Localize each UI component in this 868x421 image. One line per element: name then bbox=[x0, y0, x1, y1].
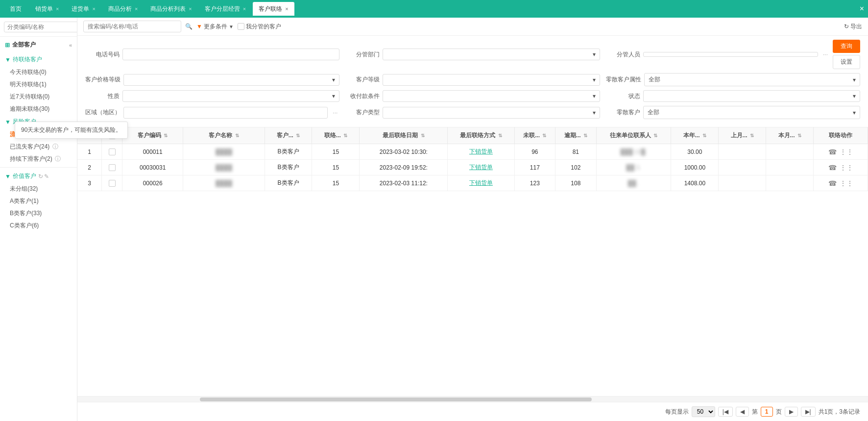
status-select[interactable]: ▾ bbox=[643, 90, 860, 102]
search-button[interactable]: 🔍 bbox=[185, 23, 193, 30]
customer-level-select[interactable]: ▾ bbox=[383, 74, 600, 86]
current-page-number[interactable]: 1 bbox=[761, 407, 773, 417]
th-overdue[interactable]: 逾期... ⇅ bbox=[555, 127, 597, 144]
th-last-month[interactable]: 上月... ⇅ bbox=[719, 127, 766, 144]
sidebar-item-class-b[interactable]: B类客户(33) bbox=[0, 207, 77, 220]
next-page-button[interactable]: ▶ bbox=[785, 407, 798, 417]
filter-row-2: 客户价格等级 ▾ 客户等级 ▾ 零散客户属性 全部 bbox=[85, 73, 860, 86]
first-page-button[interactable]: |◀ bbox=[718, 407, 733, 417]
sidebar-item-7days[interactable]: 近7天待联络(0) bbox=[0, 91, 77, 103]
per-page-select[interactable]: 50 bbox=[692, 406, 715, 417]
row-year-amount: 30.00 bbox=[671, 144, 719, 160]
tab-home[interactable]: 首页 bbox=[4, 2, 27, 16]
action-more-icon[interactable]: ⋮⋮ bbox=[840, 164, 853, 172]
th-unit-contact[interactable]: 往来单位联系人 ⇅ bbox=[596, 127, 671, 144]
last-method-link[interactable]: 下销货单 bbox=[469, 164, 493, 171]
tab-customer-contact[interactable]: 客户联络 × bbox=[253, 2, 294, 16]
customer-type-select[interactable]: ▾ bbox=[383, 107, 600, 119]
sidebar-group-pending-title[interactable]: ▼ 待联络客户 bbox=[0, 53, 77, 66]
last-method-link[interactable]: 下销货单 bbox=[469, 148, 493, 155]
collapse-icon[interactable]: « bbox=[69, 42, 72, 48]
sidebar-item-tomorrow[interactable]: 明天待联络(1) bbox=[0, 78, 77, 91]
sidebar-item-today[interactable]: 今天待联络(0) bbox=[0, 66, 77, 78]
th-code[interactable]: 客户编码 ⇅ bbox=[122, 127, 183, 144]
filter-button[interactable]: ▼ 更多条件 ▼ bbox=[196, 23, 234, 31]
close-all-tabs-icon[interactable]: × bbox=[860, 4, 864, 13]
sidebar-item-class-a[interactable]: A类客户(1) bbox=[0, 195, 77, 207]
last-page-button[interactable]: ▶| bbox=[801, 407, 816, 417]
search-input[interactable] bbox=[83, 21, 181, 32]
tab-product-analysis-list[interactable]: 商品分析列表 × bbox=[145, 2, 197, 16]
tab-product-analysis[interactable]: 商品分析 × bbox=[102, 2, 144, 16]
action-phone-icon[interactable]: ☎ bbox=[828, 148, 837, 156]
th-uncontact[interactable]: 未联... ⇅ bbox=[514, 127, 555, 144]
checkbox-icon[interactable] bbox=[238, 23, 244, 30]
my-customers-checkbox[interactable]: 我分管的客户 bbox=[238, 23, 281, 31]
close-product-analysis-icon[interactable]: × bbox=[135, 6, 138, 12]
row-last-method[interactable]: 下销货单 bbox=[448, 175, 514, 191]
scrollbar-thumb[interactable] bbox=[200, 397, 592, 401]
sidebar-item-class-c[interactable]: C类客户(6) bbox=[0, 220, 77, 232]
row-level: B类客户 bbox=[265, 144, 312, 160]
row-checkbox[interactable] bbox=[102, 175, 122, 191]
th-last-date[interactable]: 最后联络日期 ⇅ bbox=[360, 127, 448, 144]
zero-attr-select[interactable]: 全部 ▾ bbox=[644, 73, 860, 86]
area-more-btn[interactable]: ··· bbox=[331, 109, 339, 116]
sidebar-item-declining[interactable]: 持续下滑客户(2) ⓘ bbox=[0, 153, 77, 165]
phone-label: 电话号码 bbox=[85, 50, 120, 59]
dept-select[interactable]: ▾ bbox=[383, 49, 600, 60]
person-select[interactable] bbox=[643, 52, 818, 57]
close-purchase-icon[interactable]: × bbox=[92, 6, 95, 12]
action-phone-icon[interactable]: ☎ bbox=[828, 179, 837, 187]
th-name[interactable]: 客户名称 ⇅ bbox=[183, 127, 265, 144]
th-last-method[interactable]: 最后联络方式 ⇅ bbox=[448, 127, 514, 144]
row-check-icon[interactable] bbox=[109, 164, 116, 171]
sidebar-group-value-title[interactable]: ▼ 价值客户 ↻ ✎ bbox=[0, 170, 77, 183]
action-phone-icon[interactable]: ☎ bbox=[828, 164, 837, 172]
payment-select[interactable]: ▾ bbox=[383, 90, 600, 102]
tab-customer-tier[interactable]: 客户分层经营 × bbox=[199, 2, 252, 16]
th-level[interactable]: 客户... ⇅ bbox=[265, 127, 312, 144]
close-customer-contact-icon[interactable]: × bbox=[285, 6, 288, 12]
th-this-month[interactable]: 本月... ⇅ bbox=[766, 127, 814, 144]
sidebar-item-overdue[interactable]: 逾期未联络(30) bbox=[0, 103, 77, 115]
row-check-icon[interactable] bbox=[109, 149, 116, 155]
zero-customer-select[interactable]: 全部 ▾ bbox=[643, 106, 860, 119]
sidebar-search-input[interactable] bbox=[4, 22, 77, 32]
prev-page-button[interactable]: ◀ bbox=[736, 407, 749, 417]
sidebar-item-ungrouped[interactable]: 未分组(32) bbox=[0, 183, 77, 195]
close-product-analysis-list-icon[interactable]: × bbox=[189, 6, 192, 12]
row-checkbox[interactable] bbox=[102, 144, 122, 160]
horizontal-scrollbar[interactable] bbox=[77, 396, 868, 402]
settings-button[interactable]: 设置 bbox=[833, 55, 860, 69]
query-button[interactable]: 查询 bbox=[833, 40, 860, 53]
th-contact[interactable]: 联络... ⇅ bbox=[312, 127, 360, 144]
gender-select[interactable]: ▾ bbox=[122, 90, 339, 102]
row-last-date: 2023-03-02 10:30: bbox=[360, 144, 448, 160]
sidebar-all-customers[interactable]: ⊞ 全部客户 « bbox=[0, 37, 77, 53]
action-more-icon[interactable]: ⋮⋮ bbox=[840, 179, 853, 187]
close-customer-tier-icon[interactable]: × bbox=[243, 6, 246, 12]
sidebar-item-churned[interactable]: 已流失客户(24) ⓘ bbox=[0, 141, 77, 153]
action-more-icon[interactable]: ⋮⋮ bbox=[840, 148, 853, 156]
close-salesorder-icon[interactable]: × bbox=[56, 6, 59, 12]
th-action: 联络动作 bbox=[814, 127, 868, 144]
export-button[interactable]: ↻ 导出 bbox=[844, 23, 862, 31]
row-check-icon[interactable] bbox=[109, 180, 116, 187]
edit-icon[interactable]: ✎ bbox=[44, 173, 49, 180]
refresh-icon[interactable]: ↻ bbox=[38, 173, 43, 180]
area-label: 区域（地区） bbox=[85, 108, 121, 117]
price-level-select[interactable]: ▾ bbox=[123, 74, 339, 86]
person-more-btn[interactable]: ··· bbox=[821, 51, 830, 58]
tab-salesorder[interactable]: 销货单 × bbox=[29, 2, 65, 16]
row-last-method[interactable]: 下销货单 bbox=[448, 144, 514, 160]
th-year-amount[interactable]: 本年... ⇅ bbox=[671, 127, 719, 144]
tab-purchase[interactable]: 进货单 × bbox=[66, 2, 101, 16]
row-checkbox[interactable] bbox=[102, 160, 122, 175]
area-input[interactable] bbox=[123, 107, 328, 119]
last-method-link[interactable]: 下销货单 bbox=[469, 179, 493, 186]
phone-input[interactable] bbox=[122, 49, 339, 60]
dept-label: 分管部门 bbox=[345, 50, 380, 59]
filter-customer-level: 客户等级 ▾ bbox=[345, 74, 600, 86]
row-last-method[interactable]: 下销货单 bbox=[448, 160, 514, 175]
